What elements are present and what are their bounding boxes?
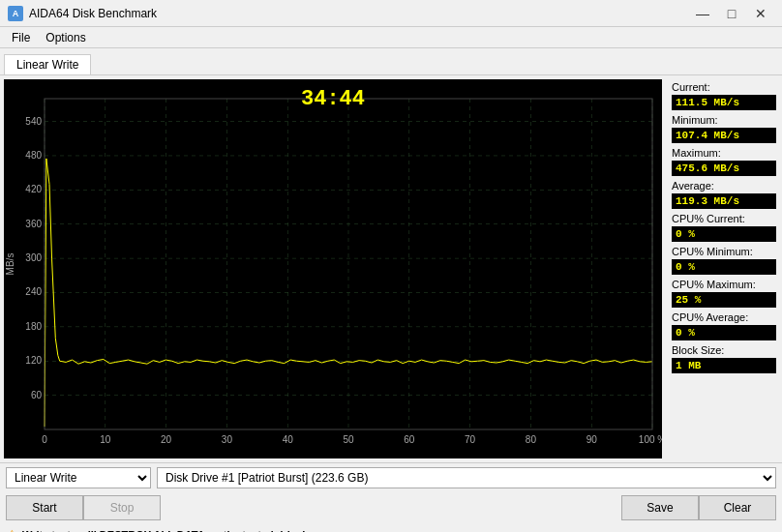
- close-button[interactable]: ✕: [747, 3, 774, 24]
- cpu-maximum-value: 25 %: [672, 292, 776, 308]
- main-content: 34:44 Current: 111.5 MB/s Minimum: 107.4…: [0, 75, 782, 462]
- cpu-average-value: 0 %: [672, 325, 776, 340]
- minimum-label: Minimum:: [672, 114, 776, 126]
- bottom-section: Linear Write Linear Read Random Write Ra…: [0, 462, 782, 532]
- start-button[interactable]: Start: [6, 495, 83, 520]
- cpu-maximum-label: CPU% Maximum:: [672, 279, 776, 290]
- menu-file[interactable]: File: [4, 29, 38, 46]
- blocksize-value: 1 MB: [672, 358, 776, 373]
- menu-bar: File Options: [0, 27, 782, 48]
- test-type-select[interactable]: Linear Write Linear Read Random Write Ra…: [6, 467, 151, 488]
- title-bar: A AIDA64 Disk Benchmark — □ ✕: [0, 0, 782, 27]
- save-button[interactable]: Save: [621, 495, 699, 520]
- cpu-minimum-value: 0 %: [672, 259, 776, 275]
- tab-linear-write[interactable]: Linear Write: [4, 54, 91, 74]
- blocksize-label: Block Size:: [672, 344, 776, 356]
- app-icon: A: [8, 6, 23, 21]
- chart-area: 34:44: [4, 79, 662, 458]
- cpu-minimum-label: CPU% Minimum:: [672, 246, 776, 257]
- cpu-current-value: 0 %: [672, 226, 776, 242]
- stats-panel: Current: 111.5 MB/s Minimum: 107.4 MB/s …: [666, 75, 782, 462]
- current-value: 111.5 MB/s: [672, 95, 776, 110]
- buttons-row: Start Stop Save Clear: [0, 492, 782, 523]
- stop-button[interactable]: Stop: [83, 495, 161, 520]
- timer-display: 34:44: [301, 87, 365, 111]
- controls-row: Linear Write Linear Read Random Write Ra…: [0, 463, 782, 492]
- clear-button[interactable]: Clear: [699, 495, 776, 520]
- benchmark-canvas: [4, 79, 662, 458]
- menu-options[interactable]: Options: [38, 29, 93, 46]
- average-value: 119.3 MB/s: [672, 193, 776, 209]
- drive-select[interactable]: Disk Drive #1 [Patriot Burst] (223.6 GB): [157, 467, 776, 488]
- cpu-average-label: CPU% Average:: [672, 311, 776, 323]
- tab-bar: Linear Write: [0, 48, 782, 75]
- maximize-button[interactable]: □: [718, 3, 745, 24]
- window-controls: — □ ✕: [689, 3, 774, 24]
- cpu-current-label: CPU% Current:: [672, 213, 776, 224]
- average-label: Average:: [672, 180, 776, 192]
- minimum-value: 107.4 MB/s: [672, 128, 776, 143]
- warning-icon: ⚠: [6, 527, 18, 532]
- maximum-value: 475.6 MB/s: [672, 161, 776, 176]
- warning-row: ⚠ Write tests will DESTROY ALL DATA on t…: [0, 523, 782, 532]
- current-label: Current:: [672, 81, 776, 93]
- minimize-button[interactable]: —: [689, 3, 716, 24]
- window-title: AIDA64 Disk Benchmark: [29, 7, 157, 20]
- maximum-label: Maximum:: [672, 147, 776, 159]
